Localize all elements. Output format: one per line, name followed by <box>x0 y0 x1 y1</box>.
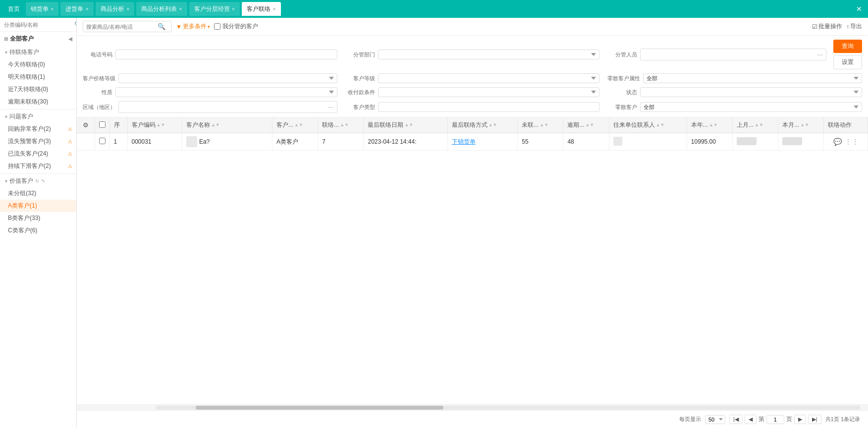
select-all-checkbox[interactable] <box>99 121 106 128</box>
status-select[interactable] <box>640 87 862 97</box>
payment-label: 收付款条件 <box>345 89 375 96</box>
nature-select[interactable] <box>115 87 337 97</box>
more-action-icon[interactable]: ⋮⋮ <box>845 138 859 146</box>
nav-home[interactable]: 首页 <box>4 5 24 13</box>
settings-button[interactable]: 设置 <box>833 55 862 69</box>
phone-label: 电话号码 <box>83 51 112 58</box>
col-last-date[interactable]: 最后联络日期 ▲▼ <box>364 117 447 133</box>
region-dots-icon[interactable]: ··· <box>328 103 334 111</box>
col-last-method[interactable]: 最后联络方式 ▲▼ <box>447 117 518 133</box>
contact-action-icon[interactable]: 💬 <box>833 138 842 146</box>
search-icon[interactable]: 🔍 <box>158 23 165 30</box>
search-input[interactable] <box>86 24 156 30</box>
my-customers-check[interactable] <box>214 23 220 30</box>
sidebar-search-input[interactable] <box>4 22 72 28</box>
per-page-select[interactable]: 50 <box>705 415 725 424</box>
manager-dots-icon[interactable]: ··· <box>817 51 823 58</box>
gear-icon[interactable]: ⚙ <box>83 121 89 129</box>
sidebar: 🔍 ⊞ 全部客户 ◀ ▼ 待联络客户 今天待联络(0) 明天待联络(1) 近7天… <box>0 18 77 428</box>
sidebar-item-today[interactable]: 今天待联络(0) <box>0 58 76 71</box>
content-area: 🔍 ▼ 更多条件 ▾ 我分管的客户 ☑ 批量操作 ↑ 导出 <box>77 18 868 428</box>
window-close-button[interactable]: ✕ <box>854 3 864 15</box>
row-gear-col <box>77 133 95 151</box>
price-level-select[interactable] <box>118 73 337 83</box>
tab-product-analysis[interactable]: 商品分析 × <box>96 2 134 16</box>
sidebar-item-unclassified[interactable]: 未分组(32) <box>0 187 76 200</box>
sort-overdue-icon: ▲▼ <box>585 123 594 127</box>
filter-phone: 电话号码 <box>83 40 337 69</box>
sidebar-item-repurchase-abnormal[interactable]: 回购异常客户(2) ⚠ <box>0 123 76 135</box>
tab-sales[interactable]: 销货单 × <box>26 2 58 16</box>
retail-attr-select[interactable]: 全部 <box>643 73 862 83</box>
sidebar-item-class-b[interactable]: B类客户(33) <box>0 212 76 224</box>
col-current-month[interactable]: 本月... ▲▼ <box>778 117 824 133</box>
sidebar-item-7days[interactable]: 近7天待联络(0) <box>0 83 76 96</box>
batch-op-btn[interactable]: ☑ 批量操作 <box>812 22 842 31</box>
tab-customer-segment[interactable]: 客户分层经营 × <box>189 2 240 16</box>
col-gear[interactable]: ⚙ <box>77 117 95 133</box>
close-purchase-tab[interactable]: × <box>85 6 88 12</box>
sidebar-item-tomorrow[interactable]: 明天待联络(1) <box>0 71 76 83</box>
customer-level-select[interactable] <box>378 73 600 83</box>
refresh-icon[interactable]: ↻ <box>35 178 39 184</box>
sidebar-item-overdue[interactable]: 逾期未联络(30) <box>0 96 76 108</box>
filter-icon: ▼ <box>176 23 182 30</box>
sidebar-item-class-a[interactable]: A类客户(1) <box>0 200 76 212</box>
row-code: 000031 <box>127 133 182 151</box>
my-customers-checkbox[interactable]: 我分管的客户 <box>214 22 258 31</box>
phone-input[interactable] <box>115 50 337 59</box>
more-conditions-btn[interactable]: ▼ 更多条件 ▾ <box>176 22 210 31</box>
col-code[interactable]: 客户编码 ▲▼ <box>127 117 182 133</box>
col-level[interactable]: 客户... ▲▼ <box>272 117 318 133</box>
col-overdue[interactable]: 逾期... ▲▼ <box>563 117 609 133</box>
edit-value-group-icon[interactable]: ✎ <box>41 178 45 184</box>
scrollbar-thumb[interactable] <box>196 406 443 410</box>
first-page-btn[interactable]: |◀ <box>729 415 743 424</box>
close-customer-segment-tab[interactable]: × <box>232 6 235 12</box>
sidebar-item-churned[interactable]: 已流失客户(24) ⚠ <box>0 148 76 160</box>
page-navigation: |◀ ◀ 第 页 ▶ ▶| <box>729 415 821 424</box>
sidebar-item-declining[interactable]: 持续下滑客户(2) ⚠ <box>0 160 76 172</box>
row-last-method[interactable]: 下销货单 <box>447 133 518 151</box>
horizontal-scrollbar[interactable] <box>77 404 868 410</box>
sidebar-item-churn-warning[interactable]: 流失预警客户(3) ⚠ <box>0 135 76 148</box>
close-product-analysis-tab[interactable]: × <box>126 6 129 12</box>
dept-select[interactable] <box>378 50 600 59</box>
query-button[interactable]: 查询 <box>833 40 862 53</box>
all-customers-label: 全部客户 <box>10 35 34 43</box>
sort-year-icon: ▲▼ <box>709 123 718 127</box>
sidebar-collapse-icon[interactable]: ◀ <box>68 36 72 42</box>
page-label: 第 <box>759 415 764 424</box>
col-current-year[interactable]: 本年... ▲▼ <box>687 117 732 133</box>
sidebar-item-class-c[interactable]: C类客户(6) <box>0 224 76 237</box>
col-name[interactable]: 客户名称 ▲▼ <box>182 117 272 133</box>
per-page-label: 每页显示 <box>679 416 701 423</box>
search-box[interactable]: 🔍 <box>83 21 172 32</box>
filter-customer-level: 客户等级 <box>345 73 600 83</box>
col-contact-person[interactable]: 往来单位联系人 ▲▼ <box>609 117 687 133</box>
close-customer-contact-tab[interactable]: × <box>272 6 275 12</box>
next-page-btn[interactable]: ▶ <box>794 415 806 424</box>
tab-customer-contact[interactable]: 客户联络 × <box>242 2 280 16</box>
close-sales-tab[interactable]: × <box>51 6 54 12</box>
close-product-analysis-list-tab[interactable]: × <box>179 6 182 12</box>
col-no-contact[interactable]: 未联... ▲▼ <box>518 117 563 133</box>
retail-select[interactable]: 全部 <box>640 102 862 112</box>
tab-product-analysis-list[interactable]: 商品分析列表 × <box>136 2 187 16</box>
customer-type-input[interactable] <box>378 102 600 112</box>
row-checkbox[interactable] <box>99 138 106 144</box>
last-page-btn[interactable]: ▶| <box>808 415 821 424</box>
region-input[interactable]: ··· <box>118 101 337 113</box>
manager-input[interactable]: ··· <box>640 49 826 60</box>
customer-avatar <box>186 136 197 147</box>
last-method-link[interactable]: 下销货单 <box>452 138 476 145</box>
row-checkbox-col <box>95 133 109 151</box>
prev-page-btn[interactable]: ◀ <box>745 415 757 424</box>
all-customers-header[interactable]: ⊞ 全部客户 ◀ <box>0 32 76 46</box>
col-contact-count[interactable]: 联络... ▲▼ <box>318 117 364 133</box>
page-number-input[interactable] <box>766 415 784 424</box>
export-btn[interactable]: ↑ 导出 <box>846 22 862 31</box>
col-last-month[interactable]: 上月... ▲▼ <box>733 117 778 133</box>
payment-select[interactable] <box>378 87 600 97</box>
tab-purchase[interactable]: 进货单 × <box>60 2 93 16</box>
